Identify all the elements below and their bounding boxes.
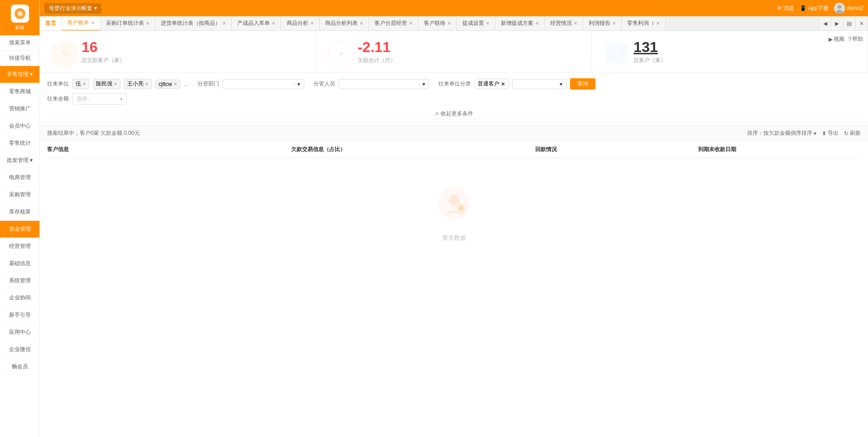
sidebar-item-system[interactable]: 系统管理: [0, 272, 39, 290]
tab-new-improve-close[interactable]: ✕: [535, 21, 539, 26]
tab-cost-inbound-label: 产成品入库单: [237, 19, 270, 27]
sidebar-item-wholesale[interactable]: 批发管理 ▾: [0, 152, 39, 169]
chevron-person-icon: ▾: [422, 81, 425, 87]
tab-cost-inbound[interactable]: 产成品入库单 ✕: [232, 16, 281, 31]
tab-product-list-close[interactable]: ✕: [360, 21, 363, 26]
stat-card-debt: ✦ -2.11 欠款合计（万）: [316, 31, 592, 72]
sidebar-item-inventory[interactable]: 库存核算: [0, 204, 39, 221]
sidebar-item-purchase[interactable]: 采购管理: [0, 186, 39, 204]
tab-expand-btn[interactable]: ▤: [843, 16, 856, 31]
tab-new-improve[interactable]: 新增提成方案 ✕: [495, 16, 545, 31]
app-download-btn[interactable]: 📱 App下载: [800, 5, 829, 12]
sidebar-item-newbie[interactable]: 新手引导: [0, 307, 39, 324]
tab-retail-profit[interactable]: 零售利润（ ✕: [622, 16, 666, 31]
tab-customer-segment-label: 客户分层经营: [374, 19, 407, 27]
tab-profit-report[interactable]: 利润报告 ✕: [583, 16, 622, 31]
tab-product-analysis[interactable]: 商品分析 ✕: [281, 16, 320, 31]
balance-filter-select[interactable]: 选择... ▾: [72, 93, 127, 104]
result-info: 搜索结果中，客户0家 欠款金额 0.00元: [47, 129, 140, 137]
tab-customer-contact[interactable]: 客户联络 ✕: [418, 16, 457, 31]
sidebar-item-corp-wechat[interactable]: 企业微信: [0, 341, 39, 358]
tab-next-btn[interactable]: ▶: [831, 16, 843, 31]
table-col-customer: 客户信息: [47, 146, 291, 153]
svg-rect-11: [618, 45, 625, 61]
sidebar-item-retail-mgmt[interactable]: 零售管理 ▾: [0, 66, 39, 83]
sidebar-item-corp-collab[interactable]: 企业协同: [0, 290, 39, 307]
tab-inbound-close[interactable]: ✕: [222, 21, 226, 26]
tab-operations-close[interactable]: ✕: [574, 21, 577, 26]
sidebar-item-ecommerce[interactable]: 电商管理: [0, 169, 39, 186]
message-label: 消息: [783, 5, 794, 12]
tab-retail-profit-close[interactable]: ✕: [656, 21, 660, 26]
sidebar-search[interactable]: 搜索菜单: [0, 35, 39, 51]
tab-prev-btn[interactable]: ◀: [820, 16, 831, 31]
topbar-right: ✉ 消息 📱 App下载 demo2: [777, 3, 863, 14]
tab-customer-contact-label: 客户联络: [424, 19, 446, 27]
filter-more-btn[interactable]: ...: [184, 81, 188, 87]
filter-tag-unit-4-remove[interactable]: ✕: [173, 81, 177, 86]
tab-product-list[interactable]: 商品分析列表 ✕: [320, 16, 369, 31]
tab-purchase-order[interactable]: 采购订单统计表 ✕: [101, 16, 155, 31]
video-action-btn[interactable]: ▶ 视频: [829, 35, 844, 43]
collapse-btn[interactable]: ∧ 收起更多条件: [435, 110, 473, 117]
chevron-balance-icon: ▾: [120, 96, 123, 102]
chevron-down-icon: ▾: [94, 5, 97, 11]
tab-improve-settings[interactable]: 提成设置 ✕: [457, 16, 495, 31]
tab-accounts-close[interactable]: ✕: [91, 20, 95, 25]
unit-type-select[interactable]: ▾: [512, 79, 566, 89]
refresh-btn[interactable]: ↻ 刷新: [844, 129, 861, 137]
debt-bg-icon: ✦: [325, 38, 352, 65]
table-col-debt: 欠款交易信息（占比）: [291, 146, 535, 153]
table-container: 客户信息 欠款交易信息（占比） 回款情况 到期未收款日期 暂无数据: [40, 141, 868, 269]
help-action-btn[interactable]: ? 帮助: [848, 35, 863, 43]
export-btn[interactable]: ⬆ 导出: [822, 129, 839, 137]
tab-close-all-btn[interactable]: ✕: [856, 16, 868, 31]
result-bar: 搜索结果中，客户0家 欠款金额 0.00元 排序：按欠款金额倒序排序 ▾ ⬆ 导…: [40, 126, 868, 141]
sort-label: 排序：按欠款金额倒序排序 ▾: [747, 129, 816, 137]
tab-customer-contact-close[interactable]: ✕: [447, 21, 451, 26]
tab-customer-segment[interactable]: 客户分层经营 ✕: [369, 16, 418, 31]
sidebar-item-basic-info[interactable]: 基础信息: [0, 255, 39, 272]
result-actions: 排序：按欠款金额倒序排序 ▾ ⬆ 导出 ↻ 刷新: [747, 129, 861, 137]
sidebar-item-retail-stats[interactable]: 零售统计: [0, 135, 39, 152]
tab-purchase-close[interactable]: ✕: [146, 21, 149, 26]
tab-home[interactable]: 首页: [40, 16, 62, 31]
dept-filter-select[interactable]: ··· ▾: [223, 79, 304, 89]
message-btn[interactable]: ✉ 消息: [777, 5, 794, 12]
tab-accounts[interactable]: 客户账本 ✕: [62, 16, 101, 31]
tab-improve-close[interactable]: ✕: [486, 21, 489, 26]
table-header: 客户信息 欠款交易信息（占比） 回款情况 到期未收款日期: [47, 141, 861, 158]
query-btn[interactable]: 查询: [570, 78, 595, 90]
account-selector[interactable]: 母婴行业演示帐套 ▾: [44, 3, 101, 14]
sidebar-item-member-pro[interactable]: 畅会员: [0, 358, 39, 375]
filter-tag-unit-1-remove[interactable]: ✕: [82, 81, 86, 86]
filter-row-2: 往来余额 选择... ▾: [47, 93, 861, 104]
tab-customer-segment-close[interactable]: ✕: [409, 21, 412, 26]
sidebar-logo[interactable]: 畅 标版: [0, 0, 39, 35]
sort-icon[interactable]: ▾: [814, 130, 816, 137]
filter-tag-unit-2-remove[interactable]: ✕: [114, 81, 117, 86]
filter-tag-unit-1: 伍 ✕: [72, 79, 89, 89]
logo-icon: 畅: [11, 5, 29, 23]
tab-profit-report-label: 利润报告: [589, 19, 610, 27]
stat-customers-value: 16: [82, 39, 125, 56]
tabbar-nav: ◀ ▶ ▤ ✕: [819, 16, 868, 31]
avatar: [834, 3, 845, 14]
sidebar-item-app-center[interactable]: 应用中心: [0, 324, 39, 341]
tab-cost-close[interactable]: ✕: [272, 21, 275, 26]
user-menu-btn[interactable]: demo2: [834, 3, 863, 14]
sidebar-item-retail-mall[interactable]: 零售商城: [0, 83, 39, 100]
filter-tag-unit-type-remove[interactable]: ✕: [501, 81, 505, 87]
tab-profit-close[interactable]: ✕: [612, 21, 616, 26]
tab-product-close[interactable]: ✕: [310, 21, 314, 26]
sidebar-item-marketing[interactable]: 营销推广: [0, 100, 39, 118]
sidebar-item-member[interactable]: 会员中心: [0, 118, 39, 135]
sidebar-quick-nav[interactable]: 快捷导航: [0, 51, 39, 66]
sidebar-item-finance[interactable]: 资金管理: [0, 221, 39, 238]
person-filter-select[interactable]: ··· ▾: [339, 79, 429, 89]
sidebar-item-operations[interactable]: 经营管理: [0, 238, 39, 255]
export-icon: ⬆: [822, 130, 826, 137]
filter-tag-unit-3-remove[interactable]: ✕: [145, 81, 149, 86]
tab-operations[interactable]: 经营情况 ✕: [545, 16, 583, 31]
tab-inbound-stats[interactable]: 进货单统计表（按商品） ✕: [155, 16, 232, 31]
